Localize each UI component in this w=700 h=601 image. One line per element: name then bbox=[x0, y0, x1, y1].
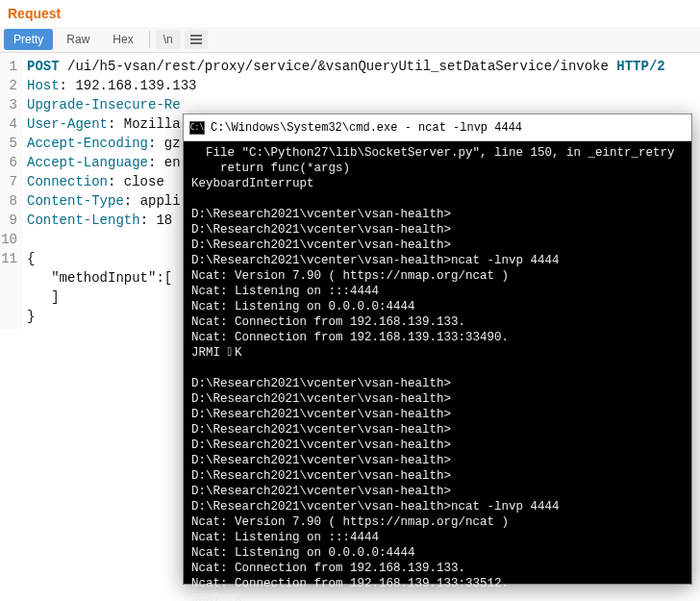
cmd-title: C:\Windows\System32\cmd.exe - ncat -lnvp… bbox=[211, 121, 686, 135]
cmd-window[interactable]: C:\ C:\Windows\System32\cmd.exe - ncat -… bbox=[183, 113, 692, 585]
cmd-icon: C:\ bbox=[189, 121, 205, 135]
line-gutter: 1234567891011 bbox=[0, 53, 23, 330]
cmd-titlebar[interactable]: C:\ C:\Windows\System32\cmd.exe - ncat -… bbox=[184, 114, 691, 141]
panel-title: Request bbox=[0, 0, 700, 27]
cmd-output[interactable]: File "C:\Python27\lib\SocketServer.py", … bbox=[184, 141, 691, 601]
view-toolbar: Pretty Raw Hex \n bbox=[0, 27, 700, 53]
tab-hex[interactable]: Hex bbox=[103, 29, 142, 50]
menu-icon[interactable] bbox=[185, 30, 208, 49]
tab-pretty[interactable]: Pretty bbox=[4, 29, 53, 50]
newline-toggle[interactable]: \n bbox=[156, 30, 181, 49]
tab-raw[interactable]: Raw bbox=[57, 29, 99, 50]
toolbar-separator bbox=[149, 31, 150, 48]
